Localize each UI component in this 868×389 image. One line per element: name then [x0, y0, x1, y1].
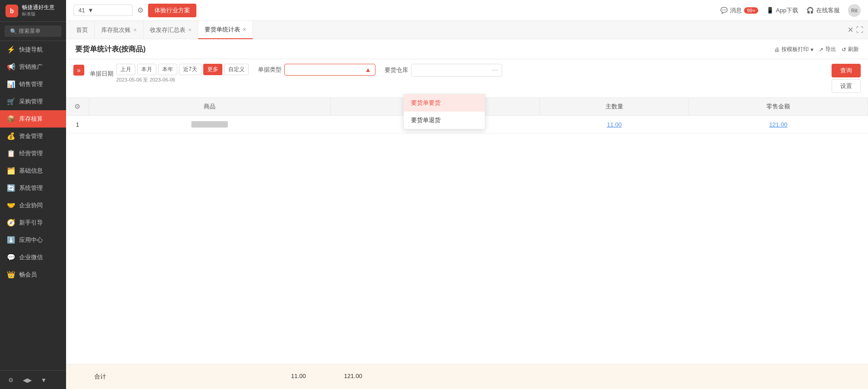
settings-bottom-icon[interactable]: ⚙ [6, 375, 15, 384]
date-btn-more[interactable]: 更多 [203, 64, 222, 75]
sidebar-item-inventory[interactable]: 📦 库存核算 [0, 110, 66, 128]
sidebar-item-enterprise[interactable]: 🤝 企业协同 [0, 197, 66, 214]
tab-order-summary-close[interactable]: × [243, 26, 246, 33]
top-header: 41 ▼ ⚙ 体验行业方案 💬 消息 99+ 📱 App下载 🎧 在线客服 Ri… [66, 0, 868, 21]
footer-amount: 121.00 [326, 369, 380, 384]
date-btn-last-month[interactable]: 上月 [116, 64, 135, 75]
amount-link[interactable]: 121.00 [769, 121, 787, 128]
sidebar-item-sales[interactable]: 📊 销售管理 [0, 76, 66, 93]
headset-icon: 🎧 [806, 7, 814, 14]
date-filter-label: 单据日期 [90, 70, 113, 78]
footer-label: 合计 [89, 369, 226, 384]
scroll-down-icon[interactable]: ▼ [39, 375, 48, 384]
date-btn-last-7days[interactable]: 近7天 [179, 64, 201, 75]
phone-icon: 📱 [766, 7, 774, 14]
template-print-btn[interactable]: 🖨 按模板打印 ▾ [774, 46, 813, 53]
bill-type-label: 单据类型 [258, 66, 282, 74]
settings-button[interactable]: 设置 [832, 79, 861, 93]
date-btn-this-year[interactable]: 本年 [158, 64, 177, 75]
sidebar-item-system[interactable]: 🔄 系统管理 [0, 179, 66, 197]
sidebar-search-btn[interactable]: 🔍 搜索菜单 [5, 26, 62, 37]
footer-cells: 合计 11.00 121.00 [66, 369, 868, 384]
tab-batch-account[interactable]: 库存批次账 × [95, 21, 144, 39]
refresh-btn[interactable]: ↺ 刷新 [842, 46, 859, 53]
warehouse-more-icon[interactable]: ··· [492, 66, 498, 74]
sidebar-item-purchase[interactable]: 🛒 采购管理 [0, 93, 66, 110]
trial-industry-button[interactable]: 体验行业方案 [148, 4, 196, 17]
logo-icon: b [5, 5, 18, 17]
vip-icon: 👑 [6, 271, 15, 279]
top-right: 💬 消息 99+ 📱 App下载 🎧 在线客服 Rit [720, 4, 861, 17]
footer-quantity: 11.00 [271, 369, 326, 384]
page-title-bar: 要货单统计表(按商品) 🖨 按模板打印 ▾ ↗ 导出 ↺ 刷新 [66, 39, 868, 59]
date-filter-group: 单据日期 上月 本月 本年 近7天 更多 自定义 2023-05-06 至 20… [90, 64, 249, 83]
page-actions: 🖨 按模板打印 ▾ ↗ 导出 ↺ 刷新 [774, 46, 859, 53]
tab-receivable-summary-close[interactable]: × [188, 27, 191, 33]
sidebar-item-basic-info[interactable]: 🗂️ 基础信息 [0, 162, 66, 179]
tab-home[interactable]: 首页 [70, 21, 95, 39]
tabs-close-all-icon[interactable]: ✕ [847, 26, 853, 34]
messages-badge: 99+ [744, 7, 758, 14]
date-buttons: 上月 本月 本年 近7天 更多 自定义 [116, 64, 249, 75]
online-service-btn[interactable]: 🎧 在线客服 [806, 6, 840, 15]
tabs-fullscreen-icon[interactable]: ⛶ [856, 26, 863, 34]
user-avatar[interactable]: Rit [848, 4, 861, 17]
tab-batch-account-close[interactable]: × [134, 27, 137, 33]
cell-index: 1 [66, 116, 89, 133]
system-icon: 🔄 [6, 184, 15, 192]
store-selector[interactable]: 41 ▼ [73, 5, 133, 16]
filter-expand-btn[interactable]: » [73, 65, 84, 76]
sidebar-item-wechat[interactable]: 💬 企业微信 [0, 249, 66, 266]
collapse-icon[interactable]: ◀▶ [23, 375, 32, 384]
th-settings[interactable]: ⚙ [66, 98, 89, 116]
page-content: 要货单统计表(按商品) 🖨 按模板打印 ▾ ↗ 导出 ↺ 刷新 [66, 39, 868, 389]
tabs-bar: 首页 库存批次账 × 收发存汇总表 × 要货单统计表 × ✕ ⛶ [66, 21, 868, 39]
operations-icon: 📋 [6, 149, 15, 158]
bill-type-select[interactable]: ▲ [284, 64, 375, 76]
sidebar-item-guide[interactable]: 🧭 新手引导 [0, 214, 66, 231]
sidebar-item-operations[interactable]: 📋 经营管理 [0, 145, 66, 162]
date-btn-custom[interactable]: 自定义 [224, 64, 249, 75]
sidebar-nav: ⚡ 快捷导航 📢 营销推广 📊 销售管理 🛒 采购管理 📦 库存核算 💰 资金管… [0, 41, 66, 370]
tab-receivable-summary[interactable]: 收发存汇总表 × [144, 21, 198, 39]
tab-order-summary[interactable]: 要货单统计表 × [198, 21, 253, 39]
store-selector-arrow: ▼ [87, 7, 93, 14]
main-content: 41 ▼ ⚙ 体验行业方案 💬 消息 99+ 📱 App下载 🎧 在线客服 Ri… [66, 0, 868, 389]
dropdown-item-order-return[interactable]: 要货单退货 [404, 112, 485, 129]
app-center-icon: ⬇️ [6, 236, 15, 244]
dropdown-item-order-delivery[interactable]: 要货单要货 [404, 94, 485, 112]
sidebar-item-app-center[interactable]: ⬇️ 应用中心 [0, 231, 66, 249]
sidebar: b 畅捷通好生意 标准版 🔍 搜索菜单 ⚡ 快捷导航 📢 营销推广 📊 销售管理… [0, 0, 66, 389]
search-icon: 🔍 [10, 28, 17, 35]
quantity-link[interactable]: 11.00 [607, 121, 622, 128]
bill-type-dropdown: 要货单要货 要货单退货 [403, 94, 485, 129]
sidebar-item-vip[interactable]: 👑 畅会员 [0, 266, 66, 283]
cell-quantity: 11.00 [540, 116, 689, 133]
sidebar-item-finance[interactable]: 💰 资金管理 [0, 128, 66, 145]
query-button[interactable]: 查询 [832, 64, 861, 77]
print-icon: 🖨 [774, 46, 780, 53]
export-btn[interactable]: ↗ 导出 [819, 46, 836, 53]
bill-type-chevron-up-icon[interactable]: ▲ [365, 66, 371, 73]
tabs-right-buttons: ✕ ⛶ [847, 26, 863, 34]
warehouse-select[interactable]: ··· [411, 64, 502, 77]
warehouse-input[interactable] [415, 67, 492, 74]
settings-gear-icon[interactable]: ⚙ [137, 6, 144, 15]
marketing-icon: 📢 [6, 63, 15, 71]
th-product: 商品 [89, 98, 331, 116]
top-left: 41 ▼ ⚙ 体验行业方案 [73, 4, 196, 17]
th-quantity: 主数量 [540, 98, 689, 116]
chevron-down-icon: ▾ [811, 46, 813, 53]
sidebar-item-marketing[interactable]: 📢 营销推广 [0, 58, 66, 76]
messages-btn[interactable]: 💬 消息 99+ [720, 6, 758, 15]
expand-icon: » [77, 67, 81, 74]
bill-type-input[interactable] [288, 67, 365, 73]
sidebar-search-area[interactable]: 🔍 搜索菜单 [0, 22, 66, 41]
table-settings-gear-icon[interactable]: ⚙ [74, 102, 80, 110]
sidebar-item-quick-nav[interactable]: ⚡ 快捷导航 [0, 41, 66, 58]
warehouse-label: 要货仓库 [385, 66, 408, 74]
filter-bar: » 单据日期 上月 本月 本年 近7天 更多 自定义 [66, 59, 868, 98]
date-btn-this-month[interactable]: 本月 [137, 64, 156, 75]
sidebar-logo: b 畅捷通好生意 标准版 [0, 0, 66, 22]
app-download-btn[interactable]: 📱 App下载 [766, 6, 798, 15]
